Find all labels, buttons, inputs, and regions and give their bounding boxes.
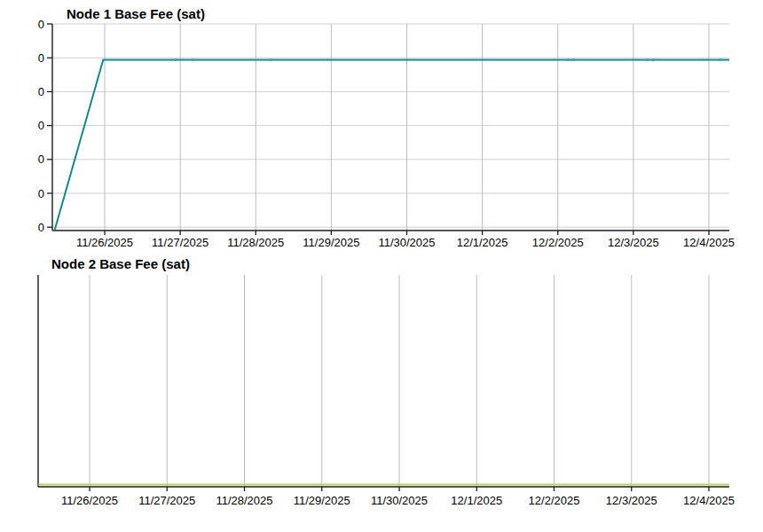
- x-tick-label: 11/30/2025: [371, 494, 428, 507]
- x-tick-label: 12/4/2025: [683, 494, 735, 507]
- node1-base-fee-series-marker: [652, 59, 655, 61]
- node1-base-fee-series-marker: [647, 59, 649, 61]
- x-tick-label: 12/4/2025: [683, 236, 735, 249]
- node1-base-fee-series-marker: [175, 59, 177, 61]
- x-tick-label: 11/30/2025: [378, 236, 435, 249]
- x-tick-label: 11/28/2025: [227, 236, 284, 249]
- y-tick-label: 0: [38, 153, 44, 166]
- x-tick-label: 12/3/2025: [606, 494, 657, 507]
- x-tick-label: 11/27/2025: [152, 236, 208, 249]
- x-tick-label: 12/1/2025: [457, 236, 508, 249]
- node2-base-fee-chart: 11/26/202511/27/202511/28/202511/29/2025…: [38, 275, 735, 507]
- x-tick-label: 12/1/2025: [451, 494, 502, 507]
- y-tick-label: 0: [38, 18, 44, 31]
- y-tick-label: 0: [38, 221, 44, 234]
- x-tick-label: 11/29/2025: [303, 236, 359, 249]
- y-tick-label: 0: [38, 187, 44, 200]
- x-tick-label: 12/2/2025: [532, 236, 584, 249]
- node1-base-fee-series-marker: [567, 59, 570, 61]
- x-tick-label: 11/26/2025: [76, 236, 133, 249]
- y-tick-label: 0: [38, 51, 44, 65]
- node2-base-fee-plot-area[interactable]: [38, 275, 729, 487]
- x-tick-label: 11/27/2025: [138, 494, 195, 507]
- node1-base-fee-series-marker: [719, 59, 721, 61]
- node1-base-fee-chart: 000000011/26/202511/27/202511/28/202511/…: [38, 18, 735, 250]
- node1-base-fee-series-marker: [192, 59, 194, 61]
- x-tick-label: 11/28/2025: [216, 494, 272, 507]
- node1-base-fee-series-marker: [270, 59, 272, 61]
- x-tick-label: 12/3/2025: [608, 236, 659, 249]
- charts-dashboard: Node 1 Base Fee (sat) Node 2 Base Fee (s…: [0, 0, 763, 532]
- x-tick-label: 12/2/2025: [529, 494, 580, 507]
- y-tick-label: 0: [38, 119, 44, 132]
- node1-base-fee-series-marker: [572, 59, 575, 61]
- node1-base-fee-plot-area[interactable]: [52, 24, 729, 231]
- x-tick-label: 11/29/2025: [294, 494, 350, 507]
- x-tick-label: 11/26/2025: [61, 494, 118, 507]
- y-tick-label: 0: [38, 85, 44, 98]
- charts-canvas: 000000011/26/202511/27/202511/28/202511/…: [0, 0, 763, 532]
